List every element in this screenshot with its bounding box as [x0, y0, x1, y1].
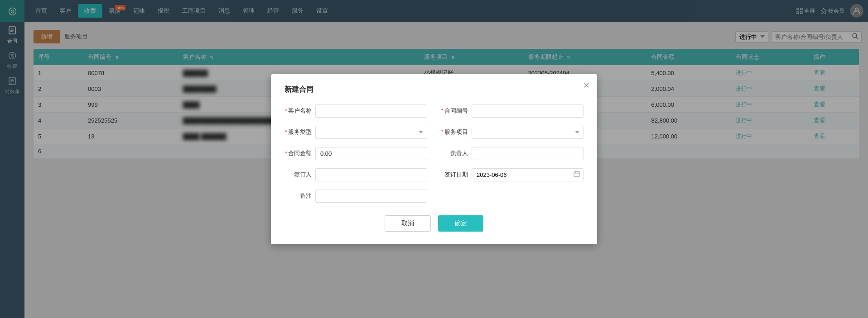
service-type-select[interactable]	[315, 126, 427, 139]
contract-amount-label: *合同金额	[285, 149, 312, 157]
dialog-title: 新建合同	[285, 85, 583, 95]
service-type-select-wrap	[315, 126, 427, 139]
signer-label: 签订人	[285, 171, 312, 179]
form-row-2: *服务类型 *服务项目	[285, 126, 583, 139]
sign-date-label: 签订日期	[441, 171, 468, 179]
calendar-icon[interactable]	[574, 171, 580, 179]
form-group-service-type: *服务类型	[285, 126, 427, 139]
sign-date-input[interactable]	[472, 168, 583, 181]
required-star-3: *	[285, 128, 287, 135]
form-group-placeholder	[441, 190, 583, 203]
sign-date-wrap	[472, 168, 583, 181]
svg-rect-18	[574, 172, 579, 177]
service-item-select-wrap	[472, 126, 583, 139]
dialog-footer: 取消 确定	[285, 215, 583, 232]
confirm-button[interactable]: 确定	[438, 215, 483, 232]
form-group-service-item: *服务项目	[441, 126, 583, 139]
form-group-amount: *合同金额	[285, 147, 427, 160]
modal-overlay: ✕ 新建合同 *客户名称 *合同编号	[24, 22, 868, 318]
signer-input[interactable]	[315, 168, 427, 181]
form-group-responsible: 负责人	[441, 147, 583, 160]
form-group-sign-date: 签订日期	[441, 168, 583, 181]
service-type-label: *服务类型	[285, 128, 312, 136]
required-star-4: *	[441, 128, 444, 135]
responsible-person-label: 负责人	[441, 149, 468, 157]
service-item-select[interactable]	[472, 126, 583, 139]
required-star-5: *	[285, 150, 287, 157]
required-star-1: *	[285, 107, 287, 114]
form-row-5: 备注	[285, 190, 583, 203]
cancel-button[interactable]: 取消	[385, 215, 431, 232]
note-label: 备注	[285, 192, 312, 200]
form-row-3: *合同金额 负责人	[285, 147, 583, 160]
content-area: 新增 服务项目 进行中 已完成 已终止 序号 合同编号	[24, 22, 868, 318]
customer-name-label: *客户名称	[285, 107, 312, 115]
form-group-contract-no: *合同编号	[441, 104, 583, 118]
note-input[interactable]	[315, 190, 427, 203]
required-star-2: *	[441, 107, 444, 114]
contract-no-label: *合同编号	[441, 107, 468, 115]
form-group-customer: *客户名称	[285, 104, 427, 118]
form-group-signer: 签订人	[285, 168, 427, 181]
responsible-person-input[interactable]	[472, 147, 583, 160]
contract-no-input[interactable]	[472, 104, 583, 118]
contract-amount-input[interactable]	[315, 147, 427, 160]
form-row-4: 签订人 签订日期	[285, 168, 583, 181]
form-group-note: 备注	[285, 190, 427, 203]
service-item-label: *服务项目	[441, 128, 468, 136]
form-row-1: *客户名称 *合同编号	[285, 104, 583, 118]
customer-name-input[interactable]	[315, 104, 427, 118]
main-area: 首页 客户 收费 票据 new 记账 报税 工商项目 消息 管理 经营 服务 设…	[24, 0, 868, 318]
dialog-close-button[interactable]: ✕	[583, 81, 590, 90]
create-contract-dialog: ✕ 新建合同 *客户名称 *合同编号	[271, 74, 597, 244]
